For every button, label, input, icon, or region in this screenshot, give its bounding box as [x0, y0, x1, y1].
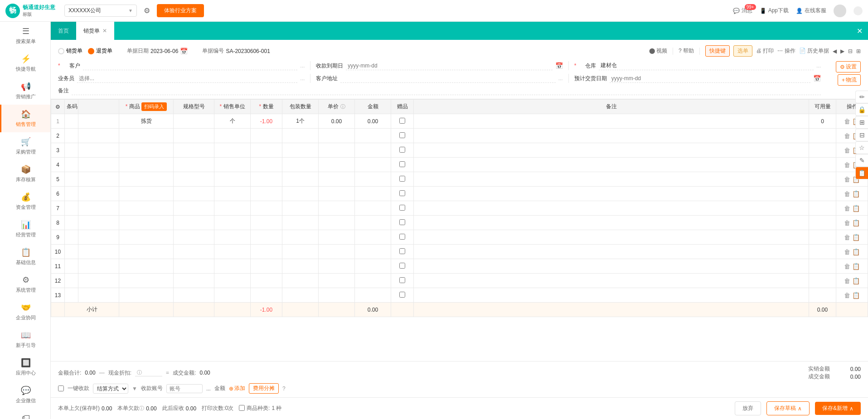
- float-grid-btn[interactable]: ⊟: [855, 129, 868, 141]
- sidebar-item-system[interactable]: ⚙ 系统管理: [0, 270, 50, 298]
- delete-icon[interactable]: 🗑: [844, 263, 850, 270]
- logistics-button[interactable]: + 物流: [838, 74, 861, 86]
- delete-icon[interactable]: 🗑: [844, 292, 850, 299]
- delete-icon[interactable]: 🗑: [844, 205, 850, 212]
- row-gift[interactable]: [391, 114, 414, 129]
- copy-icon[interactable]: 📋: [852, 219, 860, 226]
- float-orange-btn[interactable]: 📋: [855, 167, 868, 179]
- payment-dots[interactable]: ...: [206, 385, 211, 392]
- row-note[interactable]: [414, 114, 809, 129]
- delete-icon[interactable]: 🗑: [844, 234, 850, 241]
- row-barcode-extra[interactable]: [78, 114, 119, 129]
- settings-gear-button[interactable]: ⚙: [141, 5, 153, 17]
- sidebar-item-enterprise[interactable]: 🤝 企业协同: [0, 298, 50, 326]
- company-selector[interactable]: XXXXXX公司 ▼: [64, 5, 137, 17]
- select-btn[interactable]: 选单: [733, 45, 752, 57]
- settings-button[interactable]: ⚙ 设置: [836, 61, 861, 72]
- delete-icon[interactable]: 🗑: [844, 248, 850, 255]
- copy-icon[interactable]: 📋: [852, 292, 860, 299]
- shortcut-btn[interactable]: 快捷键: [705, 45, 730, 57]
- row-amount[interactable]: 0.00: [355, 114, 391, 129]
- float-pencil-btn[interactable]: ✎: [855, 154, 868, 167]
- delete-icon[interactable]: 🗑: [844, 132, 850, 140]
- radio-return-order[interactable]: 退货单: [88, 47, 112, 55]
- customer-input[interactable]: [83, 62, 298, 70]
- row-product[interactable]: 拣货: [119, 114, 174, 129]
- sidebar-item-marketing[interactable]: 📢 营销推广: [0, 77, 50, 105]
- float-edit-btn[interactable]: ✏: [855, 91, 868, 103]
- row-pkg-qty[interactable]: 1个: [282, 114, 319, 129]
- fenyong-button[interactable]: 费用分摊: [249, 383, 279, 394]
- row-spec[interactable]: [174, 114, 214, 129]
- list-view-icon[interactable]: ⊞: [856, 48, 861, 54]
- discard-button[interactable]: 放弃: [735, 401, 761, 415]
- operation-link[interactable]: ⋯ 操作: [777, 47, 795, 55]
- address-more-icon[interactable]: ...: [558, 75, 563, 82]
- warehouse-more-icon[interactable]: ...: [816, 63, 821, 69]
- save-new-button[interactable]: 保存&新增 ∧: [815, 402, 861, 415]
- float-lock-btn[interactable]: 🔒: [855, 103, 868, 116]
- tab-home[interactable]: 首页: [51, 22, 76, 40]
- customer-address-input[interactable]: [340, 74, 555, 83]
- th-settings[interactable]: ⚙: [51, 100, 65, 114]
- history-link[interactable]: 📄 历史单据: [799, 47, 829, 55]
- grid-view-icon[interactable]: ⊟: [848, 48, 853, 54]
- product-kind-checkbox[interactable]: [239, 405, 245, 412]
- user-status[interactable]: [853, 6, 863, 15]
- sidebar-item-quick-nav[interactable]: ⚡ 快捷导航: [0, 49, 50, 77]
- delete-icon[interactable]: 🗑: [844, 147, 850, 154]
- delete-icon[interactable]: 🗑: [844, 118, 850, 125]
- delete-icon[interactable]: 🗑: [844, 277, 850, 284]
- video-link[interactable]: ⬤ 视频: [649, 47, 667, 55]
- copy-icon[interactable]: 📋: [852, 263, 860, 270]
- sidebar-item-purchase[interactable]: 🛒 采购管理: [0, 132, 50, 160]
- notification-button[interactable]: 💬 消息 99+: [733, 7, 752, 14]
- salesperson-more-icon[interactable]: ...: [300, 75, 305, 82]
- sidebar-item-member[interactable]: 🏷 畅会员: [0, 409, 50, 419]
- sidebar-item-basics[interactable]: 📋 基础信息: [0, 243, 50, 270]
- sidebar-item-search[interactable]: ☰ 搜索菜单: [0, 22, 50, 49]
- online-service-button[interactable]: 👤 在线客服: [796, 7, 826, 14]
- customer-more-icon[interactable]: ...: [300, 63, 305, 69]
- float-expand-btn[interactable]: ⊞: [855, 116, 868, 129]
- next-icon[interactable]: ▶: [840, 48, 844, 54]
- scan-button[interactable]: 扫码录入: [141, 102, 167, 111]
- delete-icon[interactable]: 🗑: [844, 219, 850, 226]
- expected-date-calendar-icon[interactable]: 📅: [813, 75, 821, 82]
- due-date-calendar-icon[interactable]: 📅: [555, 62, 563, 69]
- copy-icon[interactable]: 📋: [852, 190, 860, 197]
- due-date-input[interactable]: [346, 62, 552, 70]
- app-download-button[interactable]: 📱 App下载: [760, 7, 789, 14]
- sidebar-item-operations[interactable]: 📊 经营管理: [0, 215, 50, 243]
- discount-value[interactable]: ⓘ: [135, 369, 162, 376]
- sidebar-item-sales[interactable]: 🏠 销售管理: [0, 105, 50, 132]
- delete-icon[interactable]: 🗑: [844, 161, 850, 169]
- delete-icon[interactable]: 🗑: [844, 176, 850, 183]
- sidebar-item-finance[interactable]: 💰 资金管理: [0, 188, 50, 215]
- copy-icon[interactable]: 📋: [852, 277, 860, 284]
- note-input[interactable]: [72, 87, 821, 95]
- sidebar-item-inventory[interactable]: 📦 库存核算: [0, 160, 50, 188]
- sidebar-item-wechat[interactable]: 💬 企业微信: [0, 381, 50, 409]
- row-qty[interactable]: -1.00: [251, 114, 282, 129]
- warehouse-input[interactable]: [599, 62, 814, 70]
- expected-date-input[interactable]: [610, 74, 810, 83]
- tab-bar-close-icon[interactable]: ✕: [851, 27, 868, 35]
- one-click-pay-checkbox[interactable]: [58, 385, 64, 391]
- copy-icon[interactable]: 📋: [852, 205, 860, 212]
- delete-icon[interactable]: 🗑: [844, 190, 850, 197]
- print-link[interactable]: 🖨 打印: [756, 47, 774, 55]
- save-draft-button[interactable]: 保存草稿 ∧: [766, 401, 810, 415]
- copy-icon[interactable]: 📋: [852, 248, 860, 255]
- user-avatar[interactable]: [834, 5, 846, 17]
- sidebar-item-guide[interactable]: 📖 新手引导: [0, 326, 50, 353]
- row-price[interactable]: 0.00: [319, 114, 355, 129]
- sidebar-item-appstore[interactable]: 🔲 应用中心: [0, 353, 50, 381]
- float-star-btn[interactable]: ☆: [855, 141, 868, 154]
- row-unit[interactable]: 个: [214, 114, 251, 129]
- trial-button[interactable]: 体验行业方案: [157, 4, 204, 17]
- payment-method-select[interactable]: 结算方式: [93, 384, 128, 394]
- radio-sales-order[interactable]: 销货单: [58, 47, 82, 55]
- help-link[interactable]: ? 帮助: [679, 47, 694, 55]
- row-barcode-val[interactable]: [65, 114, 78, 129]
